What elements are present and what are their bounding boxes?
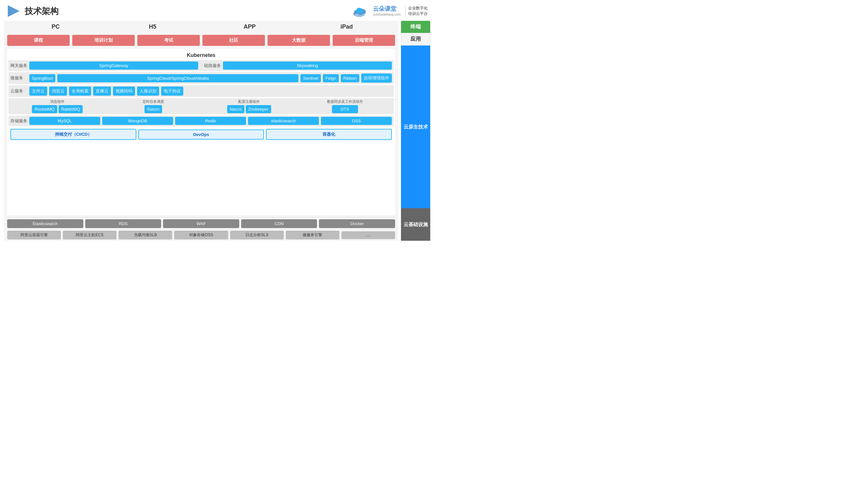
app-btn-4: 大数据	[268, 35, 330, 46]
page-title: 技术架构	[25, 5, 59, 17]
infra-es-btn: Elasticsearch	[7, 219, 83, 228]
live-btn: 直播云	[93, 87, 111, 96]
brand-text: 云朵课堂 yunduoketang.com	[373, 5, 401, 17]
saturn-btn: Saturn	[145, 105, 162, 113]
spring-gateway-btn: SpringGateway	[29, 62, 198, 70]
comp-datasync-title: 数据同步及工作流组件	[327, 99, 363, 104]
search-btn: 全局检索	[69, 87, 91, 96]
infra-oss: 对象存储OSS	[174, 231, 228, 239]
components-row: 消息组件 RocketMQ RabbitMQ 定时任务调度 Saturn 配	[8, 98, 394, 114]
app-btn-3: 社区	[203, 35, 265, 46]
infra-sls: 日志分析SLS	[230, 231, 284, 239]
infra-waf-btn: WAF	[163, 219, 239, 228]
architecture-diagram: PC H5 APP iPad 课程 培训计划 考试 社区 大数据 后端管理 Ku…	[4, 21, 398, 241]
brand-name: 云朵课堂	[373, 5, 401, 13]
container-btn: 容器化	[266, 129, 392, 140]
infra-label: 云基础设施	[401, 208, 430, 241]
redis-btn: Redis	[175, 117, 246, 125]
infra-row2: 阿里云容器引擎 阿里云主机ECS 负载均衡SLB 对象存储OSS 日志分析SLS…	[4, 229, 398, 241]
infra-row1: Elasticsearch RDS WAF CDN Docker	[4, 218, 398, 229]
rocketmq-btn: RocketMQ	[32, 105, 57, 113]
msg-cloud-btn: 消息云	[49, 87, 67, 96]
platform-h5: H5	[104, 24, 201, 30]
divider-1	[7, 217, 395, 217]
comp-group-scheduler: 定时任务调度 Saturn	[106, 99, 200, 113]
mysql-btn: MySQL	[29, 117, 100, 125]
infra-slb: 负载均衡SLB	[119, 231, 172, 239]
gateway-row: 网关服务 SpringGateway 链路服务 Skywalking	[8, 60, 394, 71]
app-btn-1: 培训计划	[72, 35, 135, 46]
brand-url: yunduoketang.com	[373, 13, 401, 17]
skywalking-btn: Skywalking	[223, 62, 392, 70]
main: PC H5 APP iPad 课程 培训计划 考试 社区 大数据 后端管理 Ku…	[0, 21, 434, 244]
nacos-btn: Nacos	[227, 105, 244, 113]
dts-btn: DTS	[332, 105, 358, 113]
infra-rds-btn: RDS	[85, 219, 161, 228]
comp-msg-title: 消息组件	[50, 99, 64, 104]
microservice-label: 微服务	[10, 75, 27, 81]
svg-point-4	[356, 8, 362, 13]
comp-scheduler-title: 定时任务调度	[143, 99, 164, 104]
cicd-btn: 持续交付（CI/CD）	[10, 129, 136, 140]
infra-ali-container: 阿里云容器引擎	[7, 231, 61, 239]
svg-marker-0	[8, 5, 20, 17]
feign-btn: Feign	[323, 74, 339, 82]
oss-btn: OSS	[321, 117, 392, 125]
app-btn-2: 考试	[137, 35, 200, 46]
cloud-label: 云服务	[10, 88, 27, 94]
platform-pc: PC	[7, 24, 104, 30]
zookeeper-btn: Zookeeper	[246, 105, 271, 113]
comp-msg-btns: RocketMQ RabbitMQ	[32, 105, 83, 113]
platform-ipad: iPad	[298, 24, 395, 30]
comp-config-title: 配置注册组件	[238, 99, 260, 104]
infra-ali-ecs: 阿里云主机ECS	[63, 231, 117, 239]
mongodb-btn: MongoDB	[102, 117, 173, 125]
header: 技术架构 云朵课堂 yunduoketang.com 企业数字化 培训云平台	[0, 0, 434, 21]
brand-slogan: 企业数字化 培训云平台	[405, 5, 428, 17]
infra-cdn-btn: CDN	[241, 219, 317, 228]
platform-row: PC H5 APP iPad	[4, 21, 398, 33]
face-btn: 人脸识别	[137, 87, 159, 96]
storage-row: 存储服务 MySQL MongoDB Redis elasticsearch O…	[8, 116, 394, 126]
ribbon-btn: Ribbon	[341, 74, 359, 82]
platform-app: APP	[201, 24, 298, 30]
springboot-btn: SpringBoot	[29, 74, 55, 82]
right-sidebar: 终端 应用 云原生技术 云基础设施	[401, 21, 430, 241]
header-right: 云朵课堂 yunduoketang.com 企业数字化 培训云平台	[352, 5, 428, 18]
app-label: 应用	[401, 33, 430, 45]
econtract-btn: 电子协议	[161, 87, 183, 96]
cloud-native-label: 云原生技术	[401, 45, 430, 208]
elasticsearch-btn: elasticsearch	[248, 117, 319, 125]
custom-btn: 自研增强组件	[361, 73, 392, 83]
infra-ms-engine: 微服务引擎	[286, 231, 339, 239]
app-btn-0: 课程	[7, 35, 70, 46]
comp-scheduler-btns: Saturn	[145, 105, 162, 113]
sentinel-btn: Sentinel	[301, 74, 321, 82]
apps-row: 课程 培训计划 考试 社区 大数据 后端管理	[4, 33, 398, 48]
terminal-label: 终端	[401, 21, 430, 33]
app-btn-5: 后端管理	[333, 35, 395, 46]
header-left: 技术架构	[6, 4, 59, 18]
cloud-service-row: 云服务 文件云 消息云 全局检索 直播云 视频转码 人脸识别 电子协议	[8, 85, 394, 97]
link-label: 链路服务	[204, 63, 221, 69]
devops-btn: DevOps	[138, 129, 264, 139]
brand-cloud-icon	[352, 5, 370, 18]
file-cloud-btn: 文件云	[29, 87, 47, 96]
cicd-row: 持续交付（CI/CD） DevOps 容器化	[8, 128, 394, 141]
k8s-title: Kubernetes	[8, 51, 394, 60]
infra-docker-btn: Docker	[319, 219, 395, 228]
transcode-btn: 视频转码	[113, 87, 135, 96]
comp-group-msg: 消息组件 RocketMQ RabbitMQ	[10, 99, 104, 113]
infra-more: ....	[341, 231, 395, 239]
comp-datasync-btns: DTS	[332, 105, 358, 113]
kubernetes-section: Kubernetes 网关服务 SpringGateway 链路服务 Skywa…	[7, 49, 395, 215]
logo-icon	[6, 4, 21, 18]
storage-label: 存储服务	[10, 118, 27, 124]
comp-group-datasync: 数据同步及工作流组件 DTS	[298, 99, 392, 113]
comp-config-btns: Nacos Zookeeper	[227, 105, 271, 113]
springcloud-btn: SpringCloud/SpringCloudAlibaba	[57, 74, 299, 82]
microservice-row: 微服务 SpringBoot SpringCloud/SpringCloudAl…	[8, 72, 394, 84]
gateway-label: 网关服务	[10, 63, 27, 69]
comp-group-config: 配置注册组件 Nacos Zookeeper	[202, 99, 296, 113]
page: 技术架构 云朵课堂 yunduoketang.com 企业数字化 培训云平台	[0, 0, 434, 244]
